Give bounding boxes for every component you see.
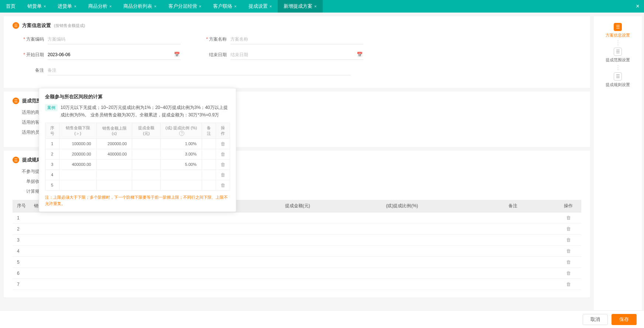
cell-ratio[interactable] <box>382 223 505 235</box>
cell-amount[interactable] <box>281 212 383 223</box>
cell-remark[interactable] <box>505 223 555 235</box>
delete-icon[interactable]: 🗑 <box>566 237 571 243</box>
cell-upper[interactable] <box>159 279 281 290</box>
delete-icon[interactable]: 🗑 <box>566 248 571 254</box>
cell-upper[interactable]: 400000.00 <box>96 149 132 159</box>
delete-icon[interactable]: 🗑 <box>220 151 225 157</box>
calendar-icon[interactable]: 📅 <box>174 52 180 57</box>
cell-amount[interactable] <box>132 180 161 190</box>
table-row[interactable]: 5🗑 <box>13 257 581 268</box>
close-icon[interactable]: × <box>314 4 316 8</box>
delete-icon[interactable]: 🗑 <box>220 162 225 167</box>
tab[interactable]: 进货单× <box>52 0 82 13</box>
delete-icon[interactable]: 🗑 <box>566 259 571 265</box>
cell-remark[interactable] <box>202 170 216 180</box>
table-row[interactable]: 7🗑 <box>13 279 581 290</box>
end-date-input[interactable] <box>230 52 363 57</box>
cell-remark[interactable] <box>505 246 555 257</box>
tab[interactable]: 新增提成方案× <box>278 0 322 13</box>
cell-upper[interactable] <box>96 180 132 190</box>
close-icon[interactable]: × <box>199 4 201 8</box>
table-row[interactable]: 2🗑 <box>13 223 581 235</box>
cell-ratio[interactable] <box>161 170 202 180</box>
cell-amount[interactable] <box>132 139 161 149</box>
side-step[interactable]: ☰提成规则设置 <box>606 72 630 88</box>
cell-upper[interactable] <box>96 170 132 180</box>
tab[interactable]: 商品分析列表× <box>117 0 162 13</box>
tab[interactable]: 提成设置× <box>243 0 278 13</box>
cell-ratio[interactable] <box>382 257 505 268</box>
cell-remark[interactable] <box>202 180 216 190</box>
cell-ratio[interactable] <box>382 212 505 223</box>
cell-lower[interactable] <box>30 223 159 235</box>
cell-upper[interactable] <box>159 268 281 279</box>
cell-upper[interactable] <box>96 159 132 170</box>
cell-remark[interactable] <box>505 212 555 223</box>
cell-lower[interactable]: 400000.00 <box>59 159 96 170</box>
close-icon[interactable]: × <box>154 4 156 8</box>
cell-remark[interactable] <box>505 268 555 279</box>
cell-ratio[interactable] <box>382 268 505 279</box>
cell-amount[interactable] <box>281 279 383 290</box>
table-row[interactable]: 1🗑 <box>13 212 581 223</box>
remark-input[interactable] <box>48 68 350 73</box>
cell-ratio[interactable] <box>382 246 505 257</box>
cell-ratio[interactable] <box>382 235 505 246</box>
cell-amount[interactable] <box>281 223 383 235</box>
cell-lower[interactable] <box>30 257 159 268</box>
cell-amount[interactable] <box>281 257 383 268</box>
cell-lower[interactable] <box>30 279 159 290</box>
cell-upper[interactable] <box>159 257 281 268</box>
delete-icon[interactable]: 🗑 <box>566 215 571 221</box>
cell-upper[interactable]: 200000.00 <box>96 139 132 149</box>
table-row[interactable]: 4🗑 <box>13 246 581 257</box>
table-row[interactable]: 3🗑 <box>13 235 581 246</box>
cell-remark[interactable] <box>505 279 555 290</box>
tab[interactable]: 客户联络× <box>207 0 242 13</box>
cell-amount[interactable] <box>132 159 161 170</box>
close-icon[interactable]: × <box>74 4 76 8</box>
tab[interactable]: 客户分层经营× <box>162 0 207 13</box>
save-button[interactable]: 保存 <box>612 314 637 325</box>
tab[interactable]: 销货单× <box>21 0 52 13</box>
calendar-icon[interactable]: 📅 <box>357 52 363 57</box>
code-input[interactable] <box>48 37 181 42</box>
cell-ratio[interactable]: 3.00% <box>161 149 202 159</box>
close-all-tabs-button[interactable]: × <box>631 0 644 13</box>
close-icon[interactable]: × <box>270 4 272 8</box>
cell-amount[interactable] <box>281 246 383 257</box>
cell-upper[interactable] <box>159 212 281 223</box>
cell-lower[interactable] <box>30 235 159 246</box>
cell-upper[interactable] <box>159 235 281 246</box>
delete-icon[interactable]: 🗑 <box>566 270 571 276</box>
close-icon[interactable]: × <box>44 4 46 8</box>
cell-remark[interactable] <box>202 139 216 149</box>
cell-amount[interactable] <box>132 170 161 180</box>
close-icon[interactable]: × <box>109 4 112 8</box>
delete-icon[interactable]: 🗑 <box>220 172 225 178</box>
cell-ratio[interactable] <box>382 279 505 290</box>
cell-lower[interactable]: 100000.00 <box>59 139 96 149</box>
cell-lower[interactable] <box>30 212 159 223</box>
cell-remark[interactable] <box>505 235 555 246</box>
cell-remark[interactable] <box>505 257 555 268</box>
tab[interactable]: 商品分析× <box>82 0 117 13</box>
start-date-input[interactable] <box>48 52 181 57</box>
cell-amount[interactable] <box>281 268 383 279</box>
cell-ratio[interactable]: 5.00% <box>161 159 202 170</box>
delete-icon[interactable]: 🗑 <box>566 226 571 232</box>
close-icon[interactable]: × <box>234 4 236 8</box>
cell-lower[interactable] <box>30 246 159 257</box>
cell-amount[interactable] <box>132 149 161 159</box>
cell-upper[interactable] <box>159 246 281 257</box>
table-row[interactable]: 1100000.00200000.001.00%🗑 <box>45 139 230 149</box>
table-row[interactable]: 4🗑 <box>45 170 230 180</box>
table-row[interactable]: 2200000.00400000.003.00%🗑 <box>45 149 230 159</box>
table-row[interactable]: 3400000.005.00%🗑 <box>45 159 230 170</box>
table-row[interactable]: 5🗑 <box>45 180 230 190</box>
cell-lower[interactable] <box>59 180 96 190</box>
cell-lower[interactable]: 200000.00 <box>59 149 96 159</box>
cell-ratio[interactable] <box>161 180 202 190</box>
cell-upper[interactable] <box>159 223 281 235</box>
delete-icon[interactable]: 🗑 <box>566 281 571 287</box>
